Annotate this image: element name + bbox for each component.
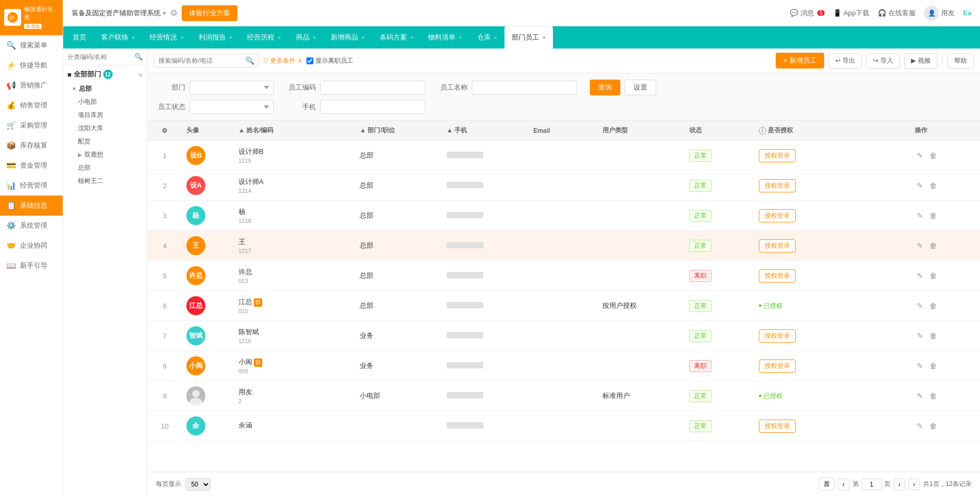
delete-button[interactable]: 🗑 [927, 391, 939, 401]
message-button[interactable]: 💬 消息 5 [790, 8, 825, 18]
auth-button[interactable]: 授权登录 [759, 420, 796, 433]
tab-close-icon[interactable]: × [180, 34, 183, 41]
col-name[interactable]: ▲ 姓名/编码 [234, 121, 356, 141]
import-button[interactable]: ↪ 导入 [866, 53, 900, 69]
sidebar-item-经营管理[interactable]: 📊经营管理 [0, 176, 63, 196]
col-phone[interactable]: ▲ 手机 [442, 121, 529, 141]
delete-button[interactable]: 🗑 [927, 180, 939, 191]
dept-node-小电部[interactable]: 小电部 [67, 95, 143, 109]
phone-input[interactable] [320, 100, 425, 114]
edit-button[interactable]: ✎ [915, 240, 925, 251]
sidebar-item-系统管理[interactable]: ⚙️系统管理 [0, 216, 63, 236]
edit-button[interactable]: ✎ [915, 180, 925, 191]
tab-首页[interactable]: 首页 [65, 26, 94, 48]
edit-button[interactable]: ✎ [915, 361, 925, 371]
auth-button[interactable]: 授权登录 [759, 239, 796, 252]
dept-search-input[interactable] [67, 53, 134, 61]
sidebar-item-搜索菜单[interactable]: 🔍搜索菜单 [0, 35, 63, 55]
tab-商品[interactable]: 商品× [289, 26, 323, 48]
delete-button[interactable]: 🗑 [927, 210, 939, 221]
col-dept[interactable]: ▲ 部门/职位 [355, 121, 442, 141]
auth-button[interactable]: 授权登录 [759, 149, 796, 162]
emp-status-select[interactable] [190, 100, 274, 114]
page-input[interactable] [861, 479, 882, 490]
dept-collapse-button[interactable]: « [138, 70, 143, 79]
edit-button[interactable]: ✎ [915, 300, 925, 311]
delete-button[interactable]: 🗑 [927, 270, 939, 281]
tab-close-icon[interactable]: × [132, 34, 135, 41]
more-filter-button[interactable]: ▽ 更多条件 ∧ [263, 56, 302, 65]
delete-button[interactable]: 🗑 [927, 361, 939, 371]
prev-page-button[interactable]: ‹ [838, 479, 849, 490]
tab-close-icon[interactable]: × [459, 34, 462, 41]
sidebar-item-销售管理[interactable]: 💰销售管理 [0, 95, 63, 115]
page-size-select[interactable]: 50 [185, 478, 211, 491]
tab-close-icon[interactable]: × [410, 34, 413, 41]
sidebar-item-新手引导[interactable]: 📖新手引导 [0, 256, 63, 276]
tab-close-icon[interactable]: × [278, 34, 281, 41]
edit-button[interactable]: ✎ [915, 421, 925, 431]
dept-node-双鹿想[interactable]: ▶双鹿想 [67, 148, 143, 161]
edit-button[interactable]: ✎ [915, 150, 925, 161]
delete-button[interactable]: 🗑 [927, 300, 939, 311]
delete-button[interactable]: 🗑 [927, 421, 939, 431]
dept-node-项目库房[interactable]: 项目库房 [67, 109, 143, 122]
emp-code-input[interactable] [320, 81, 425, 95]
sidebar-item-营销推广[interactable]: 📢营销推广 [0, 75, 63, 95]
tab-利润报告[interactable]: 利润报告× [191, 26, 240, 48]
tab-close-icon[interactable]: × [229, 34, 232, 41]
sidebar-item-库存核算[interactable]: 📦库存核算 [0, 135, 63, 155]
query-button[interactable]: 查询 [590, 80, 620, 95]
dept-node-总部[interactable]: ▼总部 [67, 82, 143, 95]
user-avatar[interactable]: 👤 用友 [924, 6, 955, 21]
tab-新增商品[interactable]: 新增商品× [323, 26, 372, 48]
tab-仓库[interactable]: 仓库× [470, 26, 504, 48]
delete-button[interactable]: 🗑 [927, 150, 939, 161]
sidebar-item-企业协同[interactable]: 🤝企业协同 [0, 236, 63, 256]
tab-close-icon[interactable]: × [313, 34, 316, 41]
auth-button[interactable]: 授权登录 [759, 329, 796, 343]
auth-button[interactable]: 授权登录 [759, 179, 796, 192]
edit-button[interactable]: ✎ [915, 330, 925, 341]
online-service-button[interactable]: 🎧 在线客服 [878, 8, 916, 18]
next-page-button[interactable]: › [894, 479, 905, 490]
tab-客户联络[interactable]: 客户联络× [94, 26, 142, 48]
auth-button[interactable]: 授权登录 [759, 269, 796, 283]
tab-部门员工[interactable]: 部门员工× [504, 26, 553, 48]
tab-close-icon[interactable]: × [494, 34, 497, 41]
dept-node-植树王二[interactable]: 植树王二 [67, 174, 143, 188]
tab-经营情况[interactable]: 经营情况× [142, 26, 191, 48]
dropdown-arrow-icon[interactable]: ▾ [163, 9, 166, 17]
delete-button[interactable]: 🗑 [927, 330, 939, 341]
view-button[interactable]: ▶ 视频 [904, 53, 937, 69]
sidebar-item-资金管理[interactable]: 💳资金管理 [0, 155, 63, 176]
dept-filter-select[interactable] [190, 81, 274, 95]
app-download-button[interactable]: 📱 App下载 [833, 8, 869, 18]
delete-button[interactable]: 🗑 [927, 240, 939, 251]
edit-button[interactable]: ✎ [915, 210, 925, 221]
reset-button[interactable]: 设置 [625, 80, 656, 95]
dimission-checkbox[interactable] [306, 57, 313, 64]
dept-node-总部[interactable]: 总部 [67, 161, 143, 174]
show-dimission-checkbox[interactable]: 显示离职员工 [306, 56, 353, 65]
auth-button[interactable]: 授权登录 [759, 209, 796, 222]
trial-button[interactable]: 体验行业方案 [182, 5, 237, 21]
col-settings[interactable]: ⚙ [147, 121, 182, 141]
last-page-button[interactable]: › [908, 479, 920, 490]
edit-button[interactable]: ✎ [915, 270, 925, 281]
tab-物料清单[interactable]: 物料清单× [421, 26, 469, 48]
employee-search-input[interactable] [159, 57, 243, 64]
sidebar-item-快捷导航[interactable]: ⚡快捷导航 [0, 55, 63, 75]
tab-close-icon[interactable]: × [542, 34, 546, 41]
dept-node-沈阳大库[interactable]: 沈阳大库 [67, 122, 143, 135]
tab-经营历程[interactable]: 经营历程× [240, 26, 288, 48]
dept-all-button[interactable]: ■ 全部部门 12 [67, 70, 113, 79]
tab-close-icon[interactable]: × [361, 34, 364, 41]
tab-条码方案[interactable]: 条码方案× [372, 26, 421, 48]
add-employee-button[interactable]: + 新增员工 [776, 53, 824, 69]
sidebar-item-基础信息[interactable]: 📋基础信息 [0, 196, 63, 216]
emp-name-input[interactable] [472, 81, 577, 95]
export-button[interactable]: ↩ 导出 [828, 53, 862, 69]
auth-button[interactable]: 授权登录 [759, 359, 796, 373]
edit-button[interactable]: ✎ [915, 391, 925, 401]
